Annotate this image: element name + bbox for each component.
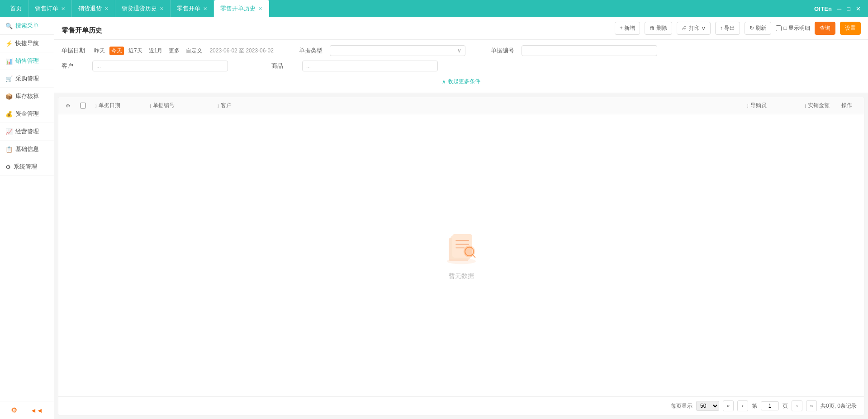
per-page-select[interactable]: 50 20 100 (696, 401, 719, 411)
tab-home[interactable]: 首页 (4, 0, 28, 17)
date-custom[interactable]: 自定义 (184, 47, 204, 55)
last-page-btn[interactable]: » (806, 400, 817, 411)
sidebar-item-operations[interactable]: 📈 经营管理 (0, 123, 54, 141)
date-range-display: 2023-06-02 至 2023-06-02 (209, 47, 273, 55)
add-button[interactable]: + 新增 (615, 22, 640, 35)
query-button[interactable]: 查询 (815, 22, 835, 35)
tab-retail-open-history[interactable]: 零售开单历史 ✕ (214, 0, 269, 17)
page-input[interactable] (761, 401, 779, 410)
sidebar-search[interactable]: 🔍 搜索采单 (0, 17, 54, 35)
customer-filter: 客户 ... (62, 61, 228, 71)
date-yesterday[interactable]: 昨天 (92, 47, 107, 55)
goods-label: 商品 (271, 62, 299, 70)
export-button[interactable]: ↑ 导出 (715, 22, 740, 35)
order-type-filter: 单据类型 ∨ (299, 45, 465, 56)
order-no-label: 单据编号 (491, 47, 518, 55)
th-customer[interactable]: ↕ 客户 (213, 102, 743, 109)
order-no-input[interactable] (522, 45, 657, 56)
close-tab-retail-open[interactable]: ✕ (203, 6, 207, 12)
customer-select[interactable]: ... (92, 61, 228, 71)
filter-area: 单据日期 昨天 今天 近7天 近1月 更多 自定义 2023-06-02 至 2… (54, 40, 868, 93)
refresh-button[interactable]: ↻ 刷新 (745, 22, 771, 35)
display-detail-toggle[interactable]: □ 显示明细 (776, 24, 810, 32)
tab-sales-return-history[interactable]: 销货退货历史 ✕ (115, 0, 171, 17)
filter-row-2: 客户 ... 商品 ... (62, 61, 861, 71)
collapse-filter-button[interactable]: ∧ 收起更多条件 (62, 76, 861, 87)
print-button[interactable]: 🖨 打印 ∨ (677, 22, 710, 35)
th-order-no[interactable]: ↕ 单据编号 (145, 102, 213, 109)
app-info: OfTEn ─ □ ✕ (807, 0, 868, 17)
system-icon: ⚙ (5, 164, 11, 170)
date-more[interactable]: 更多 (167, 47, 181, 55)
window-close[interactable]: ✕ (856, 5, 861, 12)
settings-button[interactable]: 设置 (840, 22, 861, 35)
empty-text: 暂无数据 (449, 272, 474, 280)
tab-sales-return[interactable]: 销货退货 ✕ (72, 0, 115, 17)
app-name: OfTEn (814, 5, 832, 12)
delete-button[interactable]: 🗑 删除 (645, 22, 672, 35)
close-tab-sales-order[interactable]: ✕ (61, 6, 65, 12)
close-tab-sales-return[interactable]: ✕ (104, 6, 109, 12)
order-no-filter: 单据编号 (491, 45, 657, 56)
table-header: ⚙ ↕ 单据日期 ↕ 单据编号 ↕ 客户 ↕ (58, 97, 864, 114)
basic-info-icon: 📋 (5, 146, 13, 153)
inventory-icon: 📦 (5, 93, 13, 100)
quick-nav-icon: ⚡ (5, 40, 13, 47)
select-all-checkbox[interactable] (80, 103, 86, 108)
toolbar: + 新增 🗑 删除 🖨 打印 ∨ ↑ 导出 ↻ 刷新 □ 显示明细 查询 设置 (615, 22, 861, 39)
th-amount[interactable]: ↕ 实销金额 (788, 102, 833, 109)
main-layout: 🔍 搜索采单 ⚡ 快捷导航 📊 销售管理 🛒 采购管理 📦 库存核算 💰 资金管… (0, 17, 868, 419)
th-settings[interactable]: ⚙ (62, 103, 76, 109)
th-checkbox[interactable] (76, 103, 91, 108)
pagination: 每页显示 50 20 100 « ‹ 第 页 › » 共0页, 0条记录 (58, 396, 864, 415)
empty-state: 暂无数据 (58, 114, 864, 396)
sidebar-item-inventory[interactable]: 📦 库存核算 (0, 88, 54, 105)
sidebar-item-sales-mgmt[interactable]: 📊 销售管理 (0, 52, 54, 70)
filter-row-1: 单据日期 昨天 今天 近7天 近1月 更多 自定义 2023-06-02 至 2… (62, 45, 861, 56)
goods-select[interactable]: ... (302, 61, 438, 71)
content-area: 零售开单历史 + 新增 🗑 删除 🖨 打印 ∨ ↑ 导出 ↻ 刷新 □ 显示明细… (54, 17, 868, 419)
th-guide[interactable]: ↕ 导购员 (743, 102, 788, 109)
print-dropdown-icon: ∨ (702, 25, 706, 32)
sidebar-item-system[interactable]: ⚙ 系统管理 (0, 158, 54, 176)
window-minimize[interactable]: ─ (837, 5, 841, 12)
date-7days[interactable]: 近7天 (127, 47, 144, 55)
window-maximize[interactable]: □ (847, 5, 850, 12)
th-action: 操作 (833, 102, 860, 109)
search-icon: 🔍 (5, 23, 13, 29)
sidebar-item-quick-nav[interactable]: ⚡ 快捷导航 (0, 35, 54, 52)
settings-icon[interactable]: ⚙ (11, 406, 17, 414)
date-today[interactable]: 今天 (109, 47, 124, 55)
date-1month[interactable]: 近1月 (147, 47, 165, 55)
sidebar-item-purchase-mgmt[interactable]: 🛒 采购管理 (0, 70, 54, 88)
page-label: 第 (752, 402, 757, 410)
sidebar-item-finance[interactable]: 💰 资金管理 (0, 105, 54, 123)
order-type-select[interactable]: ∨ (330, 45, 465, 56)
sidebar-bottom: ⚙ ◄◄ (0, 401, 54, 419)
collapse-sidebar-icon[interactable]: ◄◄ (30, 407, 43, 414)
next-page-btn[interactable]: › (792, 400, 802, 411)
order-type-dropdown-icon: ∨ (457, 47, 461, 54)
sidebar-item-basic-info[interactable]: 📋 基础信息 (0, 141, 54, 158)
page-suffix: 页 (783, 402, 788, 410)
display-detail-checkbox[interactable] (776, 25, 782, 31)
page-header: 零售开单历史 + 新增 🗑 删除 🖨 打印 ∨ ↑ 导出 ↻ 刷新 □ 显示明细… (54, 17, 868, 40)
empty-icon (439, 231, 484, 267)
finance-icon: 💰 (5, 111, 13, 118)
operations-icon: 📈 (5, 128, 13, 135)
first-page-btn[interactable]: « (723, 400, 734, 411)
svg-line-9 (472, 255, 475, 258)
column-settings-icon[interactable]: ⚙ (66, 103, 71, 109)
goods-filter: 商品 ... (271, 61, 438, 71)
close-tab-retail-open-history[interactable]: ✕ (258, 6, 262, 12)
prev-page-btn[interactable]: ‹ (737, 400, 748, 411)
purchase-icon: 🛒 (5, 75, 13, 82)
table-area: ⚙ ↕ 单据日期 ↕ 单据编号 ↕ 客户 ↕ (58, 97, 864, 415)
date-label: 单据日期 (62, 47, 89, 55)
total-info: 共0页, 0条记录 (821, 402, 857, 410)
close-tab-sales-return-history[interactable]: ✕ (160, 6, 164, 12)
th-date[interactable]: ↕ 单据日期 (91, 102, 145, 109)
customer-label: 客户 (62, 62, 89, 70)
tab-sales-order[interactable]: 销售订单 ✕ (28, 0, 72, 17)
tab-retail-open[interactable]: 零售开单 ✕ (171, 0, 214, 17)
